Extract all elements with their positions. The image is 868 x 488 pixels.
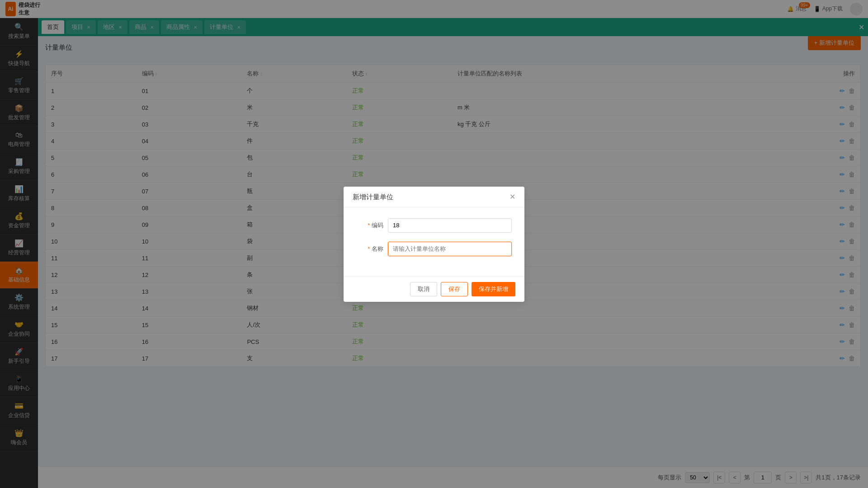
save-button[interactable]: 保存 (441, 282, 468, 296)
code-label: * 编码 (356, 221, 383, 230)
add-unit-modal: 新增计量单位 ✕ * 编码 * 名称 取消 保存 保存并新增 (344, 187, 524, 302)
save-and-new-button[interactable]: 保存并新增 (472, 282, 515, 296)
modal-body: * 编码 * 名称 (344, 207, 524, 276)
code-input[interactable] (388, 218, 512, 233)
modal-overlay: 新增计量单位 ✕ * 编码 * 名称 取消 保存 保存并新增 (0, 0, 868, 488)
modal-title: 新增计量单位 (353, 193, 393, 202)
code-label-text: 编码 (372, 222, 383, 229)
modal-footer: 取消 保存 保存并新增 (344, 276, 524, 302)
modal-header: 新增计量单位 ✕ (344, 187, 524, 207)
cancel-button[interactable]: 取消 (410, 282, 437, 296)
name-label: * 名称 (356, 245, 383, 253)
required-mark-name: * (368, 245, 370, 252)
name-label-text: 名称 (372, 245, 383, 252)
form-row-name: * 名称 (356, 242, 512, 256)
form-row-code: * 编码 (356, 218, 512, 233)
required-mark-code: * (368, 222, 370, 229)
modal-close-btn[interactable]: ✕ (509, 193, 515, 201)
name-input[interactable] (388, 242, 512, 256)
